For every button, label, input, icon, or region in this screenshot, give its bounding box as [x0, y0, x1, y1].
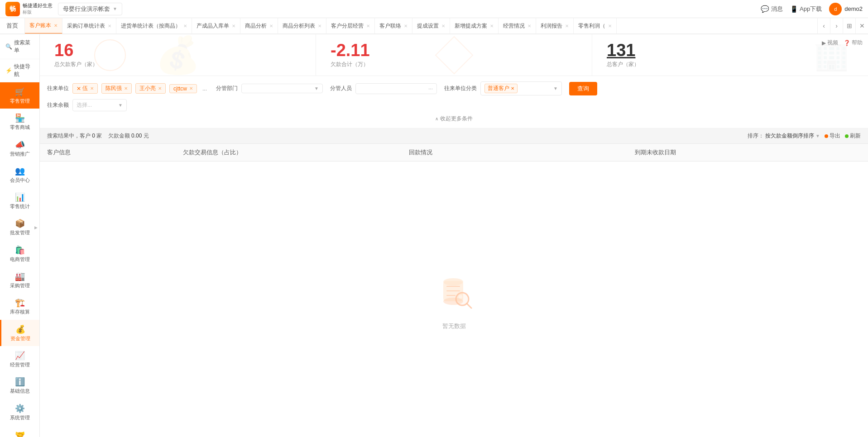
nav-prev-btn[interactable]: ‹ — [817, 18, 830, 34]
nav-expand-btn[interactable]: ⊞ — [843, 18, 855, 34]
operations-icon: 📈 — [0, 351, 39, 361]
dot-green-icon — [845, 134, 849, 138]
tab-close-icon[interactable]: ✕ — [183, 24, 187, 28]
sidebar-item-wholesale[interactable]: 📦 批发管理 ▶ — [0, 214, 39, 240]
empty-state: 暂无数据 — [40, 162, 868, 437]
tab-customer-contact[interactable]: 客户联络 ✕ — [375, 18, 412, 34]
tab-customer-layer[interactable]: 客户分层经营 ✕ — [326, 18, 375, 34]
sidebar-item-marketing[interactable]: 📣 营销推广 — [0, 135, 39, 162]
query-button[interactable]: 查询 — [569, 82, 597, 95]
sidebar-quick-nav[interactable]: ⚡ 快捷导航 — [0, 59, 39, 82]
tab-close-icon[interactable]: ✕ — [54, 23, 58, 28]
tab-close-icon[interactable]: ✕ — [404, 24, 408, 28]
video-btn[interactable]: ▶ 视频 — [822, 39, 838, 47]
tab-operations[interactable]: 经营情况 ✕ — [499, 18, 536, 34]
tab-close-icon[interactable]: ✕ — [366, 24, 370, 28]
tab-close-icon[interactable]: ✕ — [232, 24, 235, 28]
enterprise-selector[interactable]: 母婴行业演示帐套 ▼ — [58, 3, 122, 15]
ecommerce-icon: 🛍️ — [0, 245, 39, 255]
unit-type-tag-remove[interactable]: ✕ — [511, 86, 514, 91]
stats-header: 💰 16 总欠款客户（家） -2.11 欠款合计（万） — [40, 34, 868, 76]
sidebar-item-finance[interactable]: 💰 资金管理 — [0, 320, 39, 346]
sidebar-item-inventory[interactable]: 🏗️ 库存核算 — [0, 293, 39, 319]
tab-customer-ledger[interactable]: 客户账本 ✕ — [25, 18, 62, 34]
tab-close-icon[interactable]: ✕ — [608, 24, 612, 28]
svg-point-8 — [459, 295, 462, 299]
logo-icon: 畅 — [5, 2, 20, 16]
tag-remove-chen[interactable]: ✕ — [124, 86, 128, 91]
tab-purchase-stats[interactable]: 采购订单统计表 ✕ — [62, 18, 116, 34]
tab-commission-settings[interactable]: 提成设置 ✕ — [412, 18, 450, 34]
tab-close-icon[interactable]: ✕ — [490, 24, 494, 28]
tab-close-icon[interactable]: ✕ — [441, 24, 445, 28]
stat-header-actions: ▶ 视频 ❓ 帮助 — [822, 39, 863, 47]
tab-close-icon[interactable]: ✕ — [565, 24, 569, 28]
top-right-actions: 💬 消息 📱 App下载 d demo2 — [761, 3, 863, 15]
system-icon: ⚙️ — [0, 404, 39, 413]
logo: 畅 畅捷通好生意 标版 — [5, 2, 53, 16]
nav-home-tab[interactable]: 首页 — [0, 18, 25, 34]
tab-inbound-stats[interactable]: 进货单统计表（按商品） ✕ — [116, 18, 192, 34]
info-icon: ℹ️ — [0, 377, 39, 387]
finance-icon: 💰 — [1, 324, 39, 334]
sidebar-item-basic-info[interactable]: ℹ️ 基础信息 — [0, 372, 39, 399]
tab-close-icon[interactable]: ✕ — [528, 24, 531, 28]
tab-product-analysis-list[interactable]: 商品分析列表 ✕ — [278, 18, 326, 34]
table-header: 客户信息 欠款交易信息（占比） 回款情况 到期未收款日期 — [40, 144, 868, 162]
sidebar-item-retail-shop[interactable]: 🏪 零售商城 — [0, 109, 39, 135]
tag-remove-wu[interactable]: ✕ — [90, 86, 94, 91]
col-header-debt-info: 欠款交易信息（占比） — [183, 148, 409, 157]
inventory-icon: 🏗️ — [0, 298, 39, 308]
tab-close-icon[interactable]: ✕ — [269, 24, 273, 28]
sidebar-item-purchase[interactable]: 🏭 采购管理 — [0, 267, 39, 293]
sidebar-search[interactable]: 🔍 搜索菜单 — [0, 34, 39, 59]
filter-tag-cj: cjttcw ✕ — [169, 84, 197, 93]
results-amount: 0.00 — [131, 133, 142, 139]
help-btn[interactable]: ❓ 帮助 — [844, 39, 863, 47]
export-btn[interactable]: 导出 — [825, 132, 840, 140]
avatar: d — [829, 3, 842, 15]
sidebar-item-operations[interactable]: 📈 经营管理 — [0, 346, 39, 372]
username: demo2 — [844, 5, 863, 12]
tab-new-commission[interactable]: 新增提成方案 ✕ — [450, 18, 499, 34]
tab-retail-profit[interactable]: 零售利润（ ✕ — [574, 18, 617, 34]
sidebar-item-ecommerce[interactable]: 🛍️ 电商管理 — [0, 241, 39, 267]
tab-product-inbound[interactable]: 产成品入库单 ✕ — [192, 18, 240, 34]
main-layout: 🔍 搜索菜单 ⚡ 快捷导航 🛒 零售管理 🏪 零售商城 📣 营销推广 👥 会员中… — [0, 34, 868, 437]
collapse-btn[interactable]: ∧ 收起更多条件 — [435, 115, 473, 123]
nav-close-all-btn[interactable]: ✕ — [855, 18, 868, 34]
stat-block-debt: -2.11 欠款合计（万） — [316, 34, 592, 76]
person-select[interactable]: ··· — [355, 83, 437, 94]
sidebar-item-enterprise-collab[interactable]: 🤝 企业协同 — [0, 425, 39, 437]
sidebar-item-system[interactable]: ⚙️ 系统管理 — [0, 399, 39, 425]
sort-select[interactable]: 按欠款金额倒序排序 — [765, 132, 814, 140]
sidebar-item-member-center[interactable]: 👥 会员中心 — [0, 162, 39, 188]
refresh-btn[interactable]: 刷新 — [845, 132, 861, 140]
stat-block-debtors: 💰 16 总欠款客户（家） — [40, 34, 316, 76]
svg-line-7 — [467, 304, 471, 308]
tag-remove-cj[interactable]: ✕ — [189, 86, 193, 91]
chevron-down-icon: ▼ — [553, 86, 558, 91]
dots-icon: ··· — [428, 86, 433, 92]
unit-type-select[interactable]: 普通客户 ✕ ▼ — [480, 81, 562, 95]
shop-icon: 🏪 — [0, 113, 39, 123]
nav-tabs-scroll: 客户账本 ✕ 采购订单统计表 ✕ 进货单统计表（按商品） ✕ 产成品入库单 ✕ … — [25, 18, 817, 34]
amount-select[interactable]: 选择... ▼ — [72, 99, 127, 111]
message-action[interactable]: 💬 消息 — [761, 5, 783, 13]
filter-more-btn[interactable]: ... — [201, 85, 209, 93]
tab-close-icon[interactable]: ✕ — [318, 24, 321, 28]
nav-tabs-bar: 首页 客户账本 ✕ 采购订单统计表 ✕ 进货单统计表（按商品） ✕ 产成品入库单… — [0, 18, 868, 34]
stat-label-total: 总客户（家） — [607, 61, 639, 68]
user-menu[interactable]: d demo2 — [829, 3, 863, 15]
sidebar-item-retail-mgmt[interactable]: 🛒 零售管理 — [0, 82, 39, 109]
tab-product-analysis[interactable]: 商品分析 ✕ — [240, 18, 278, 34]
nav-next-btn[interactable]: › — [830, 18, 843, 34]
tab-profit-report[interactable]: 利润报告 ✕ — [536, 18, 574, 34]
table-container: 客户信息 欠款交易信息（占比） 回款情况 到期未收款日期 — [40, 144, 868, 437]
dept-select[interactable]: ▼ — [241, 84, 323, 93]
tab-close-icon[interactable]: ✕ — [108, 24, 111, 28]
wholesale-icon: 📦 — [15, 218, 25, 228]
app-download-action[interactable]: 📱 App下载 — [790, 5, 822, 13]
tag-remove-wang[interactable]: ✕ — [158, 86, 162, 91]
sidebar-item-retail-stats[interactable]: 📊 零售统计 — [0, 188, 39, 214]
